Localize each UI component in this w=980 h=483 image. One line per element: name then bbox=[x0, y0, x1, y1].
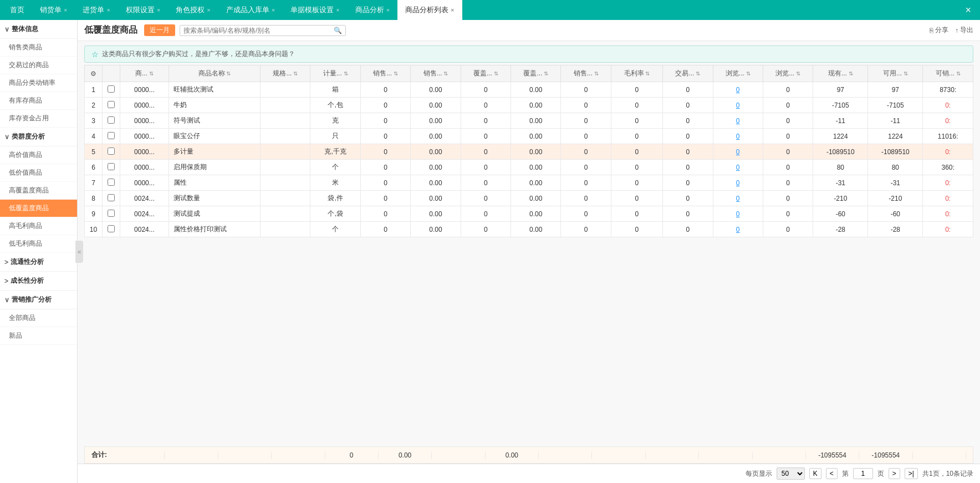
row-check[interactable] bbox=[103, 191, 120, 206]
row-sales-amt: 0.00 bbox=[411, 160, 461, 175]
col-settings[interactable]: ⚙ bbox=[85, 65, 103, 82]
search-icon[interactable]: 🔍 bbox=[334, 27, 342, 34]
nav-item-analysis-list[interactable]: 商品分析列表 × bbox=[397, 0, 462, 20]
row-no: 5 bbox=[85, 144, 103, 160]
export-btn[interactable]: ↑ 导出 bbox=[955, 26, 973, 35]
sidebar-item-high-margin[interactable]: 高毛利商品 bbox=[0, 217, 77, 235]
sidebar-item-category-rate[interactable]: 商品分类动销率 bbox=[0, 74, 77, 92]
nav-item-roles[interactable]: 角色授权 × bbox=[168, 0, 218, 20]
sidebar-item-traded-goods[interactable]: 交易过的商品 bbox=[0, 57, 77, 74]
last-page-btn[interactable]: >| bbox=[905, 468, 918, 479]
col-cover2[interactable]: 覆盖... bbox=[511, 65, 561, 82]
table-container[interactable]: ⚙ 商... 商品名称 规格... 计量... 销售... 销售... 覆盖..… bbox=[84, 65, 973, 446]
row-sales-qty: 0 bbox=[360, 160, 410, 175]
col-unit[interactable]: 计量... bbox=[310, 65, 360, 82]
sidebar-item-in-stock[interactable]: 有库存商品 bbox=[0, 92, 77, 110]
sidebar-item-low-coverage[interactable]: 低覆盖度商品 bbox=[0, 200, 77, 217]
col-browse1[interactable]: 浏览... bbox=[713, 65, 763, 82]
nav-close-analysis[interactable]: × bbox=[386, 0, 390, 20]
row-sales-amt: 0.00 bbox=[411, 175, 461, 191]
nav-item-products[interactable]: 产成品入库单 × bbox=[218, 0, 283, 20]
sidebar-item-all-goods[interactable]: 全部商品 bbox=[0, 309, 77, 327]
share-btn[interactable]: ⎘ 分享 bbox=[930, 26, 948, 35]
sidebar-section-growth[interactable]: > 成长性分析 bbox=[0, 272, 77, 291]
nav-close-roles[interactable]: × bbox=[207, 0, 210, 20]
row-browse1[interactable]: 0 bbox=[713, 129, 763, 144]
page-size-select[interactable]: 50 20 100 bbox=[777, 467, 805, 480]
footer-cell-spacer5 bbox=[539, 451, 592, 459]
row-browse1[interactable]: 0 bbox=[713, 98, 763, 113]
row-check[interactable] bbox=[103, 222, 120, 237]
nav-close-templates[interactable]: × bbox=[336, 0, 339, 20]
row-browse1[interactable]: 0 bbox=[713, 206, 763, 222]
col-sales-amt[interactable]: 销售... bbox=[411, 65, 461, 82]
row-check[interactable] bbox=[103, 160, 120, 175]
footer-cell-available: -1095554 bbox=[859, 451, 912, 459]
sidebar-item-low-value[interactable]: 低价值商品 bbox=[0, 164, 77, 182]
col-name[interactable]: 商品名称 bbox=[169, 65, 260, 82]
sidebar-item-sales-goods[interactable]: 销售类商品 bbox=[0, 39, 77, 57]
row-browse1[interactable]: 0 bbox=[713, 113, 763, 129]
next-page-btn[interactable]: > bbox=[889, 468, 900, 479]
nav-close-analysis-list[interactable]: × bbox=[451, 0, 454, 20]
row-check[interactable] bbox=[103, 144, 120, 160]
page-label: 第 bbox=[842, 469, 849, 479]
time-filter-btn[interactable]: 近一月 bbox=[144, 24, 175, 36]
nav-item-analysis[interactable]: 商品分析 × bbox=[348, 0, 397, 20]
col-sales-qty[interactable]: 销售... bbox=[360, 65, 410, 82]
sidebar-section-liquidity[interactable]: > 流通性分析 bbox=[0, 253, 77, 272]
sidebar-item-high-value[interactable]: 高价值商品 bbox=[0, 146, 77, 164]
row-check[interactable] bbox=[103, 98, 120, 113]
row-sales-amt: 0.00 bbox=[411, 191, 461, 206]
nav-close-permissions[interactable]: × bbox=[157, 0, 160, 20]
row-browse1[interactable]: 0 bbox=[713, 191, 763, 206]
col-spec[interactable]: 规格... bbox=[261, 65, 310, 82]
sidebar-item-low-margin[interactable]: 低毛利商品 bbox=[0, 235, 77, 253]
first-page-btn[interactable]: K bbox=[809, 468, 821, 479]
row-browse1[interactable]: 0 bbox=[713, 144, 763, 160]
col-code[interactable]: 商... bbox=[120, 65, 169, 82]
sidebar-section-overall[interactable]: ∨ 整体信息 bbox=[0, 20, 77, 39]
col-trans[interactable]: 交易... bbox=[663, 65, 713, 82]
col-cover1[interactable]: 覆盖... bbox=[461, 65, 511, 82]
sidebar-section-marketing[interactable]: ∨ 营销推广分析 bbox=[0, 291, 77, 309]
sidebar-item-new-goods[interactable]: 新品 bbox=[0, 327, 77, 345]
row-check[interactable] bbox=[103, 206, 120, 222]
search-input[interactable] bbox=[183, 27, 334, 34]
row-no: 10 bbox=[85, 222, 103, 237]
col-gross-rate[interactable]: 毛利率 bbox=[611, 65, 662, 82]
sidebar-collapse-btn[interactable]: « bbox=[75, 241, 83, 263]
row-check[interactable] bbox=[103, 175, 120, 191]
col-saleable[interactable]: 可销... bbox=[923, 65, 973, 82]
row-trans: 0 bbox=[663, 175, 713, 191]
sidebar-section-cluster[interactable]: ∨ 类群度分析 bbox=[0, 128, 77, 146]
row-browse1[interactable]: 0 bbox=[713, 160, 763, 175]
window-close-btn[interactable]: × bbox=[958, 4, 978, 16]
row-cover1: 0 bbox=[461, 82, 511, 98]
nav-close-products[interactable]: × bbox=[272, 0, 275, 20]
row-check[interactable] bbox=[103, 129, 120, 144]
nav-item-sales[interactable]: 销货单 × bbox=[32, 0, 75, 20]
nav-item-templates[interactable]: 单据模板设置 × bbox=[283, 0, 347, 20]
row-gross-rate: 0 bbox=[611, 222, 662, 237]
col-available[interactable]: 可用... bbox=[868, 65, 923, 82]
col-browse2[interactable]: 浏览... bbox=[763, 65, 813, 82]
sidebar-item-high-coverage[interactable]: 高覆盖度商品 bbox=[0, 182, 77, 200]
row-gross-rate: 0 bbox=[611, 129, 662, 144]
row-browse1[interactable]: 0 bbox=[713, 82, 763, 98]
row-browse1[interactable]: 0 bbox=[713, 222, 763, 237]
col-sales3[interactable]: 销售... bbox=[561, 65, 611, 82]
page-input[interactable] bbox=[853, 468, 873, 479]
nav-close-purchase[interactable]: × bbox=[106, 0, 110, 20]
nav-item-purchase[interactable]: 进货单 × bbox=[75, 0, 118, 20]
row-check[interactable] bbox=[103, 113, 120, 129]
col-current[interactable]: 现有... bbox=[813, 65, 868, 82]
nav-item-permissions[interactable]: 权限设置 × bbox=[118, 0, 168, 20]
sidebar-item-capital[interactable]: 库存资金占用 bbox=[0, 110, 77, 128]
nav-close-sales[interactable]: × bbox=[64, 0, 67, 20]
row-check[interactable] bbox=[103, 82, 120, 98]
row-browse1[interactable]: 0 bbox=[713, 175, 763, 191]
table-row: 70000...属性米00.0000.0000000-31-310: bbox=[85, 175, 973, 191]
nav-item-home[interactable]: 首页 bbox=[2, 0, 32, 20]
prev-page-btn[interactable]: < bbox=[826, 468, 838, 479]
